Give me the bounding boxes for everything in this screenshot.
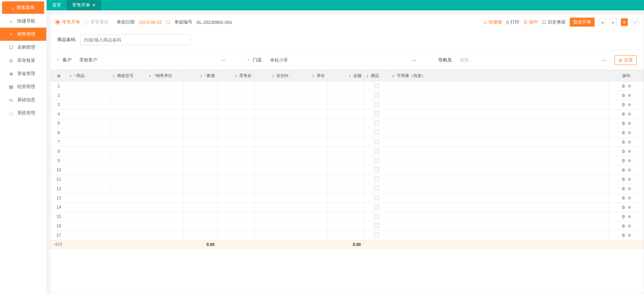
col-gift[interactable]: ▲▼赠品 — [364, 70, 390, 82]
add-row-icon[interactable]: ⊕ — [628, 112, 631, 116]
gift-checkbox[interactable] — [374, 205, 379, 209]
gift-checkbox[interactable] — [374, 111, 379, 116]
col-retail-price[interactable]: ▲▼零售价 — [218, 70, 254, 82]
table-row[interactable]: 14🗑⊕ — [51, 203, 644, 212]
barcode-input[interactable] — [80, 34, 191, 45]
col-unit[interactable]: ▲▼*销售单位 — [146, 70, 183, 82]
print-link[interactable]: ⎙ 打印 — [506, 19, 519, 25]
add-row-icon[interactable]: ⊕ — [628, 158, 631, 163]
list-view-button[interactable]: ≡ — [621, 18, 628, 26]
table-row[interactable]: 1🗑⊕ — [51, 82, 644, 91]
add-row-icon[interactable]: ⊕ — [628, 84, 631, 88]
add-row-icon[interactable]: ⊕ — [628, 205, 631, 210]
delete-icon[interactable]: 🗑 — [622, 214, 626, 219]
expand-button[interactable]: ⤢ — [632, 18, 639, 26]
add-row-icon[interactable]: ⊕ — [628, 196, 631, 200]
gift-checkbox[interactable] — [374, 233, 379, 237]
col-available[interactable]: ▲▼可用量（包装） — [390, 70, 609, 82]
sidebar-item-business[interactable]: ▤ 经营管理 — [0, 80, 46, 93]
gift-checkbox[interactable] — [374, 195, 379, 200]
prev-button[interactable]: ◂ — [599, 18, 606, 26]
sidebar-item-fund[interactable]: ⊛ 资金管理 — [0, 67, 46, 80]
delete-icon[interactable]: 🗑 — [622, 196, 626, 200]
delete-icon[interactable]: 🗑 — [622, 112, 626, 116]
add-row-icon[interactable]: ⊕ — [628, 149, 631, 154]
add-row-icon[interactable]: ⊕ — [628, 177, 631, 182]
gift-checkbox[interactable] — [374, 139, 379, 144]
delete-icon[interactable]: 🗑 — [622, 224, 626, 228]
table-row[interactable]: 16🗑⊕ — [51, 221, 644, 231]
table-row[interactable]: 12🗑⊕ — [51, 184, 644, 193]
radio-retail-order[interactable]: 零售开单 — [55, 19, 80, 25]
store-value[interactable]: 余杭小库 — [270, 57, 288, 63]
col-gear[interactable]: ⚙ — [51, 70, 67, 82]
sidebar-item-sales[interactable]: ✧ 销售管理 — [0, 28, 46, 41]
col-qty[interactable]: ▲▼*数量 — [183, 70, 218, 82]
add-row-icon[interactable]: ⊕ — [628, 121, 631, 126]
next-button[interactable]: ▸ — [610, 18, 617, 26]
action-link[interactable]: ☰ 操作 — [523, 19, 538, 25]
delete-icon[interactable]: 🗑 — [622, 177, 626, 182]
delete-icon[interactable]: 🗑 — [622, 149, 626, 154]
table-row[interactable]: 8🗑⊕ — [51, 147, 644, 156]
delete-icon[interactable]: 🗑 — [622, 121, 626, 126]
radio-retail-return[interactable]: 零售退货 — [84, 19, 108, 25]
add-row-icon[interactable]: ⊕ — [628, 186, 631, 191]
gift-checkbox[interactable] — [374, 158, 379, 163]
table-row[interactable]: 3🗑⊕ — [51, 100, 644, 110]
table-row[interactable]: 9🗑⊕ — [51, 156, 644, 165]
guide-placeholder[interactable]: 选择... — [460, 57, 472, 63]
add-row-icon[interactable]: ⊕ — [628, 214, 631, 219]
table-row[interactable]: 10🗑⊕ — [51, 165, 644, 175]
sidebar-item-system[interactable]: ◌ 系统管理 — [0, 106, 46, 120]
delete-icon[interactable]: 🗑 — [622, 168, 626, 172]
add-row-icon[interactable]: ⊕ — [628, 130, 631, 135]
add-row-icon[interactable]: ⊕ — [628, 140, 631, 144]
gift-checkbox[interactable] — [374, 177, 379, 181]
gift-checkbox[interactable] — [374, 149, 379, 153]
table-row[interactable]: 17🗑⊕ — [51, 231, 644, 240]
col-price[interactable]: ▲▼单价 — [291, 70, 327, 82]
table-row[interactable]: 6🗑⊕ — [51, 128, 644, 137]
search-menu-button[interactable]: ⌕ 搜索菜单 — [2, 1, 44, 14]
col-amount[interactable]: ▲▼金额 — [327, 70, 364, 82]
col-product[interactable]: ▲▼*商品 — [67, 70, 110, 82]
history-link[interactable]: ☐ 历史单据 — [542, 19, 566, 25]
table-row[interactable]: 5🗑⊕ — [51, 119, 644, 128]
table-row[interactable]: 11🗑⊕ — [51, 175, 644, 184]
col-discount[interactable]: ▲▼折扣% — [254, 70, 291, 82]
tab-retail-order[interactable]: 零售开单 ✕ — [67, 0, 101, 10]
guide-lookup-button[interactable]: ⋯ — [600, 58, 608, 63]
delete-icon[interactable]: 🗑 — [622, 93, 626, 98]
sidebar-item-quicknav[interactable]: ⌂ 快捷导航 — [0, 15, 46, 28]
gift-checkbox[interactable] — [374, 167, 379, 172]
customer-value[interactable]: 零散客户 — [79, 57, 97, 63]
settings-button[interactable]: ⚙ 设置 — [615, 55, 637, 65]
gift-checkbox[interactable] — [374, 102, 379, 107]
delete-icon[interactable]: 🗑 — [622, 140, 626, 144]
delete-icon[interactable]: 🗑 — [622, 233, 626, 238]
tab-home[interactable]: 首页 — [47, 0, 67, 10]
table-row[interactable]: 2🗑⊕ — [51, 91, 644, 100]
delete-icon[interactable]: 🗑 — [622, 102, 626, 107]
add-row-icon[interactable]: ⊕ — [628, 168, 631, 172]
gift-checkbox[interactable] — [374, 186, 379, 191]
gift-checkbox[interactable] — [374, 93, 379, 97]
add-row-icon[interactable]: ⊕ — [628, 93, 631, 98]
date-value[interactable]: 2023-06-02 — [139, 20, 162, 25]
table-row[interactable]: 7🗑⊕ — [51, 137, 644, 147]
add-row-icon[interactable]: ⊕ — [628, 102, 631, 107]
gift-checkbox[interactable] — [374, 223, 379, 228]
delete-icon[interactable]: 🗑 — [622, 158, 626, 163]
gift-checkbox[interactable] — [374, 121, 379, 125]
sidebar-item-stock[interactable]: ⎙ 库存核算 — [0, 54, 46, 67]
add-row-icon[interactable]: ⊕ — [628, 224, 631, 228]
store-lookup-button[interactable]: ⋯ — [410, 58, 417, 63]
col-spec[interactable]: ▲▼规格型号 — [110, 70, 146, 82]
table-row[interactable]: 13🗑⊕ — [51, 193, 644, 203]
gift-checkbox[interactable] — [374, 214, 379, 219]
delete-icon[interactable]: 🗑 — [622, 186, 626, 191]
table-row[interactable]: 4🗑⊕ — [51, 110, 644, 119]
sidebar-item-base[interactable]: ▭ 基础信息 — [0, 93, 46, 106]
customer-lookup-button[interactable]: ⋯ — [220, 58, 227, 63]
